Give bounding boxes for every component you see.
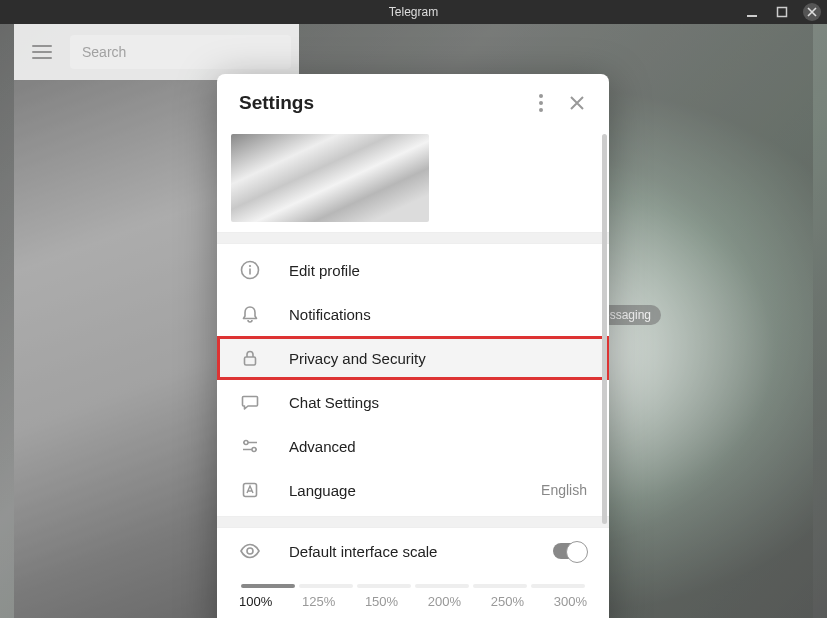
chat-icon [239, 391, 261, 413]
eye-icon [239, 540, 261, 562]
svg-rect-8 [245, 357, 256, 365]
window-titlebar: Telegram [0, 0, 827, 24]
menu-item-value: English [541, 482, 587, 498]
menu-item-label: Privacy and Security [289, 350, 426, 367]
section-divider [217, 232, 609, 244]
svg-point-9 [244, 441, 248, 445]
svg-point-2 [539, 94, 543, 98]
bell-icon [239, 303, 261, 325]
modal-close-button[interactable] [559, 85, 595, 121]
scale-toggle[interactable] [553, 543, 587, 559]
svg-rect-7 [249, 269, 251, 275]
window-minimize-button[interactable] [743, 3, 761, 21]
settings-menu-list: Edit profile Notifications Privacy and S… [217, 244, 609, 516]
lock-icon [239, 347, 261, 369]
menu-item-label: Chat Settings [289, 394, 379, 411]
scale-option[interactable]: 250% [491, 594, 524, 609]
window-title: Telegram [389, 5, 438, 19]
settings-modal: Settings Edit profile [217, 74, 609, 618]
svg-point-16 [247, 548, 253, 554]
scale-option[interactable]: 200% [428, 594, 461, 609]
svg-point-3 [539, 101, 543, 105]
interface-scale-row: Default interface scale [217, 528, 609, 574]
modal-header: Settings [217, 74, 609, 132]
svg-rect-0 [747, 15, 757, 17]
menu-item-label: Notifications [289, 306, 371, 323]
menu-item-advanced[interactable]: Advanced [217, 424, 609, 468]
svg-point-6 [249, 265, 251, 267]
svg-point-12 [252, 448, 256, 452]
profile-banner[interactable] [231, 134, 429, 222]
svg-rect-1 [778, 8, 787, 17]
menu-item-notifications[interactable]: Notifications [217, 292, 609, 336]
scale-slider[interactable]: 100% 125% 150% 200% 250% 300% [217, 574, 609, 609]
menu-item-edit-profile[interactable]: Edit profile [217, 248, 609, 292]
modal-title: Settings [239, 92, 523, 114]
menu-item-privacy-security[interactable]: Privacy and Security [217, 336, 609, 380]
menu-item-language[interactable]: Language English [217, 468, 609, 512]
window-close-button[interactable] [803, 3, 821, 21]
scale-option[interactable]: 100% [239, 594, 272, 609]
modal-scrollbar[interactable] [602, 134, 607, 524]
menu-item-label: Advanced [289, 438, 356, 455]
scale-option[interactable]: 300% [554, 594, 587, 609]
menu-item-label: Edit profile [289, 262, 360, 279]
section-divider [217, 516, 609, 528]
modal-more-button[interactable] [523, 85, 559, 121]
sliders-icon [239, 435, 261, 457]
menu-item-label: Language [289, 482, 356, 499]
window-maximize-button[interactable] [773, 3, 791, 21]
scale-option[interactable]: 150% [365, 594, 398, 609]
scale-option[interactable]: 125% [302, 594, 335, 609]
info-icon [239, 259, 261, 281]
menu-item-chat-settings[interactable]: Chat Settings [217, 380, 609, 424]
svg-point-4 [539, 108, 543, 112]
language-icon [239, 479, 261, 501]
scale-label: Default interface scale [289, 543, 437, 560]
